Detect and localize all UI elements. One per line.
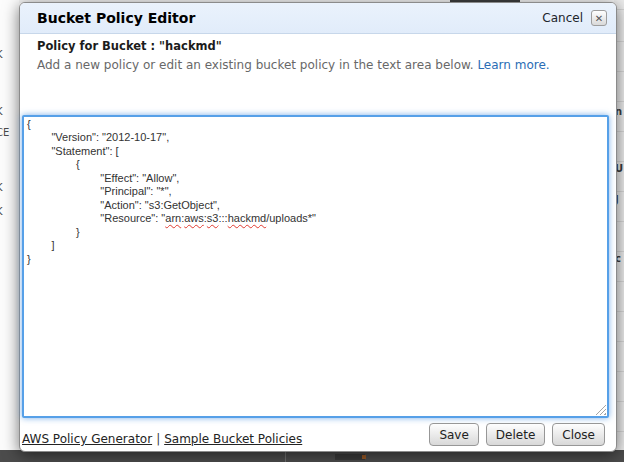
dialog-description: Add a new policy or edit an existing buc… — [37, 58, 550, 72]
dialog-header-actions: Cancel ✕ — [542, 10, 616, 26]
dialog-header: Bucket Policy Editor Cancel ✕ — [20, 3, 616, 34]
background-left-strip: KKCEKK — [0, 0, 19, 450]
background-text-fragment: CE — [0, 128, 9, 138]
sample-bucket-policies-link[interactable]: Sample Bucket Policies — [164, 432, 302, 446]
policy-textarea[interactable]: { "Version": "2012-10-17", "Statement": … — [22, 115, 609, 418]
footer-links: AWS Policy Generator|Sample Bucket Polic… — [22, 432, 302, 446]
close-button[interactable]: Close — [552, 423, 605, 446]
delete-button[interactable]: Delete — [486, 423, 545, 446]
save-button[interactable]: Save — [429, 423, 478, 446]
screen: KKCEKK nUJc Bucket Policy Editor Cancel … — [0, 0, 624, 462]
background-text-fragment: K — [0, 207, 3, 217]
background-fragment — [335, 454, 365, 460]
description-text: Add a new policy or edit an existing buc… — [37, 58, 477, 72]
background-fragment — [362, 455, 366, 459]
textarea-resize-handle[interactable] — [595, 404, 606, 415]
link-separator: | — [152, 432, 164, 446]
misspelled-token: arn — [165, 212, 181, 224]
background-text-fragment: K — [0, 50, 3, 60]
close-icon[interactable]: ✕ — [591, 10, 607, 26]
misspelled-token: hackmd — [228, 212, 267, 224]
bucket-policy-editor-dialog: Bucket Policy Editor Cancel ✕ Policy for… — [19, 2, 617, 452]
background-text-fragment: K — [0, 107, 3, 117]
misspelled-token: aws — [184, 212, 204, 224]
footer-buttons: Save Delete Close — [429, 423, 605, 446]
policy-text: { "Version": "2012-10-17", "Statement": … — [27, 118, 604, 266]
background-text-fragment: K — [0, 183, 3, 193]
aws-policy-generator-link[interactable]: AWS Policy Generator — [22, 432, 152, 446]
dialog-title: Bucket Policy Editor — [20, 10, 542, 26]
policy-bucket-subtitle: Policy for Bucket : "hackmd" — [37, 39, 222, 53]
learn-more-link[interactable]: Learn more. — [477, 58, 549, 72]
misspelled-token: s3 — [207, 212, 219, 224]
cancel-link[interactable]: Cancel — [542, 11, 583, 25]
